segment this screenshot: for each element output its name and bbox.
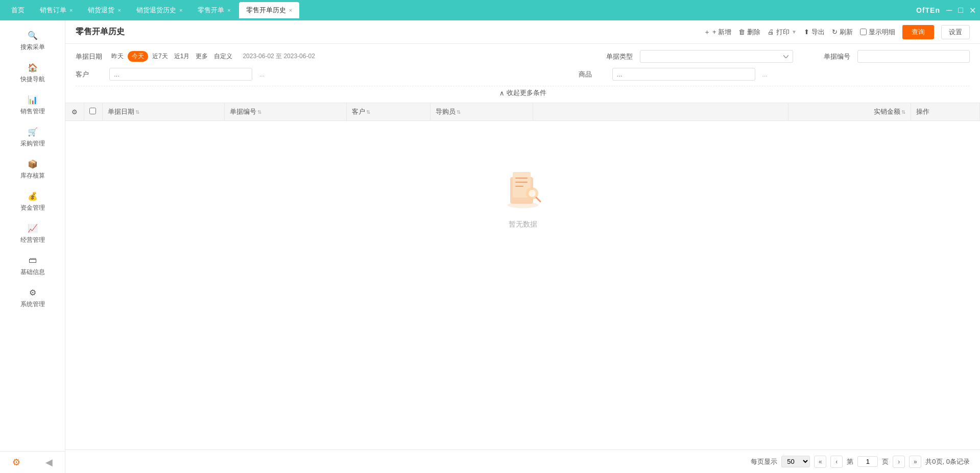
show-detail-input[interactable] xyxy=(860,29,867,35)
sidebar-label-inventory: 库存核算 xyxy=(20,171,45,180)
empty-state: 暂无数据 xyxy=(65,121,980,250)
show-detail-checkbox[interactable]: 显示明细 xyxy=(860,28,895,37)
sidebar-item-operations[interactable]: 📈 经营管理 xyxy=(0,217,65,250)
refresh-button[interactable]: ↻ 刷新 xyxy=(832,28,853,37)
sidebar-icon-purchase: 🛒 xyxy=(27,126,38,137)
date-option-自定义[interactable]: 自定义 xyxy=(212,51,234,62)
doc-type-label: 单据类型 xyxy=(606,52,635,61)
tab-sales-order[interactable]: 销售订单× xyxy=(33,2,80,18)
goods-dots: ... xyxy=(762,71,768,78)
delete-button[interactable]: 🗑 删除 xyxy=(738,28,760,37)
empty-illustration xyxy=(497,162,548,213)
page-input[interactable] xyxy=(857,456,878,467)
tab-close-retail-open[interactable]: × xyxy=(227,7,230,13)
first-page-btn[interactable]: « xyxy=(814,456,826,468)
sidebar-item-basic[interactable]: 🗃 基础信息 xyxy=(0,250,65,282)
export-button[interactable]: ⬆ 导出 xyxy=(804,28,825,37)
select-all-checkbox[interactable] xyxy=(89,108,96,114)
sidebar-label-quick-nav: 快捷导航 xyxy=(20,75,45,84)
minimize-btn[interactable]: ─ xyxy=(946,6,952,15)
svg-line-8 xyxy=(536,197,540,202)
page-title: 零售开单历史 xyxy=(76,27,125,37)
sidebar-item-system[interactable]: ⚙ 系统管理 xyxy=(0,282,65,314)
print-dropdown-icon: ▼ xyxy=(792,29,797,35)
th-checkbox xyxy=(84,103,102,121)
settings-icon[interactable]: ⚙ xyxy=(12,457,20,468)
sidebar-label-system: 系统管理 xyxy=(20,300,45,309)
next-page-btn[interactable]: › xyxy=(893,456,905,468)
prev-page-btn[interactable]: ‹ xyxy=(830,456,843,468)
customer-input[interactable] xyxy=(109,68,252,81)
sort-icon-docno[interactable]: ⇅ xyxy=(257,109,261,115)
date-option-昨天[interactable]: 昨天 xyxy=(109,51,126,62)
tab-bar: 首页销售订单×销货退货×销货退货历史×零售开单×零售开单历史× xyxy=(4,2,916,18)
sidebar-label-basic: 基础信息 xyxy=(20,268,45,277)
doc-type-select[interactable] xyxy=(640,50,793,63)
sidebar-bottom: ⚙ ◀ xyxy=(0,451,65,473)
tab-sales-return[interactable]: 销货退货× xyxy=(81,2,128,18)
tab-sales-return-history[interactable]: 销货退货历史× xyxy=(129,2,189,18)
sidebar-item-sales[interactable]: 📊 销售管理 xyxy=(0,89,65,121)
sidebar-item-inventory[interactable]: 📦 库存核算 xyxy=(0,153,65,185)
last-page-btn[interactable]: » xyxy=(909,456,921,468)
page-label-pre: 第 xyxy=(847,457,853,466)
sidebar-icon-search: 🔍 xyxy=(27,30,38,41)
th-settings[interactable]: ⚙ xyxy=(65,103,84,121)
filter-area: 单据日期 昨天今天近7天近1月更多自定义 2023-06-02 至 2023-0… xyxy=(65,44,980,103)
tab-retail-open-history[interactable]: 零售开单历史× xyxy=(239,2,299,18)
customer-dots: ... xyxy=(259,71,265,78)
sort-icon-date[interactable]: ⇅ xyxy=(135,109,139,115)
sidebar-item-search[interactable]: 🔍 搜索采单 xyxy=(0,24,65,57)
tab-close-sales-return-history[interactable]: × xyxy=(179,7,182,13)
tab-close-retail-open-history[interactable]: × xyxy=(289,7,292,13)
main-layout: 🔍 搜索采单 🏠 快捷导航 📊 销售管理 🛒 采购管理 📦 库存核算 💰 资金管… xyxy=(0,20,980,473)
setting-button[interactable]: 设置 xyxy=(941,25,970,39)
tab-label-retail-open-history: 零售开单历史 xyxy=(246,6,286,15)
sidebar-item-quick-nav[interactable]: 🏠 快捷导航 xyxy=(0,57,65,89)
add-icon: ＋ xyxy=(704,28,710,37)
sidebar-icon-operations: 📈 xyxy=(27,222,38,234)
sidebar-item-finance[interactable]: 💰 资金管理 xyxy=(0,185,65,217)
maximize-btn[interactable]: □ xyxy=(958,6,963,15)
sidebar-icon-quick-nav: 🏠 xyxy=(27,62,38,73)
sidebar-label-sales: 销售管理 xyxy=(20,107,45,116)
per-page-select[interactable]: 50 10 20 100 xyxy=(781,456,810,467)
data-table: ⚙ 单据日期⇅ 单据编号⇅ 客户⇅ 导购员⇅ 实销金额⇅ 操作 xyxy=(65,103,980,121)
query-button[interactable]: 查询 xyxy=(902,25,934,39)
th-doc-no: 单据编号⇅ xyxy=(224,103,346,121)
filter-more-btn[interactable]: ∧ 收起更多条件 xyxy=(76,86,970,99)
sort-icon-customer[interactable]: ⇅ xyxy=(366,109,370,115)
goods-input[interactable] xyxy=(612,68,755,81)
print-icon: 🖨 xyxy=(768,28,774,36)
sort-icon-amount[interactable]: ⇅ xyxy=(901,109,905,115)
collapse-icon[interactable]: ◀ xyxy=(45,457,53,468)
tab-close-sales-return[interactable]: × xyxy=(117,7,121,13)
page-header: 零售开单历史 ＋ + 新增 🗑 删除 🖨 打印 ▼ ⬆ 导出 xyxy=(65,20,980,44)
sidebar-icon-sales: 📊 xyxy=(27,94,38,105)
doc-no-input[interactable] xyxy=(857,50,970,63)
sidebar-icon-system: ⚙ xyxy=(27,287,38,298)
add-button[interactable]: ＋ + 新增 xyxy=(704,28,731,37)
tab-close-sales-order[interactable]: × xyxy=(69,7,73,13)
tab-home[interactable]: 首页 xyxy=(4,2,32,18)
close-btn[interactable]: ✕ xyxy=(969,6,976,15)
date-options: 昨天今天近7天近1月更多自定义 xyxy=(109,51,234,62)
doc-no-label: 单据编号 xyxy=(824,52,852,61)
pagination-bar: 每页显示 50 10 20 100 « ‹ 第 页 › » 共0页, 0条记录 xyxy=(65,450,980,473)
content-area: 零售开单历史 ＋ + 新增 🗑 删除 🖨 打印 ▼ ⬆ 导出 xyxy=(65,20,980,473)
filter-row-1: 单据日期 昨天今天近7天近1月更多自定义 2023-06-02 至 2023-0… xyxy=(76,50,970,63)
tab-retail-open[interactable]: 零售开单× xyxy=(190,2,237,18)
date-option-近7天[interactable]: 近7天 xyxy=(150,51,170,62)
tab-label-sales-order: 销售订单 xyxy=(40,6,66,15)
empty-text: 暂无数据 xyxy=(509,220,537,229)
date-option-今天[interactable]: 今天 xyxy=(128,51,148,62)
print-button[interactable]: 🖨 打印 ▼ xyxy=(768,28,797,37)
date-option-更多[interactable]: 更多 xyxy=(194,51,210,62)
sidebar-label-purchase: 采购管理 xyxy=(20,139,45,148)
sidebar-icon-finance: 💰 xyxy=(27,190,38,202)
date-option-近1月[interactable]: 近1月 xyxy=(172,51,192,62)
delete-icon: 🗑 xyxy=(738,28,745,36)
sidebar-item-purchase[interactable]: 🛒 采购管理 xyxy=(0,121,65,153)
sort-icon-guide[interactable]: ⇅ xyxy=(457,109,461,115)
brand-label: OfTEn xyxy=(916,6,940,14)
